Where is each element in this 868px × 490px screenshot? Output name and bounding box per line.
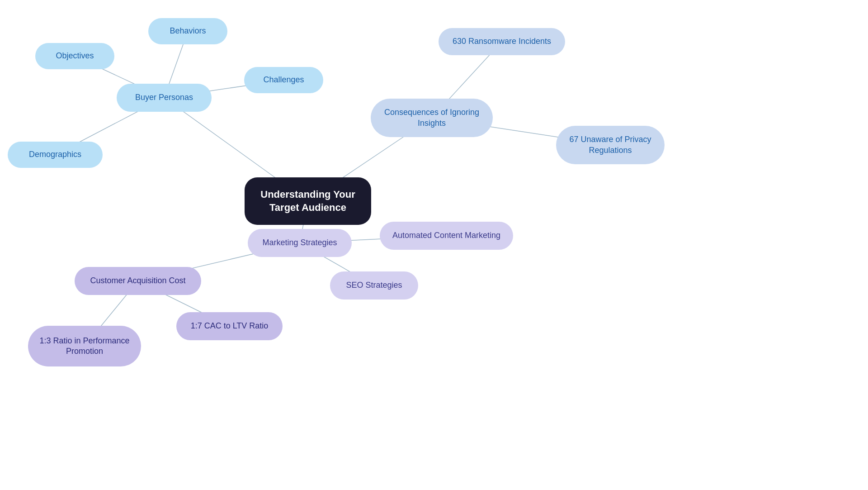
- seo-strategies-label: SEO Strategies: [346, 280, 402, 290]
- demographics-node[interactable]: Demographics: [8, 142, 103, 168]
- cac-label: Customer Acquisition Cost: [90, 276, 185, 286]
- marketing-strategies-node[interactable]: Marketing Strategies: [248, 229, 352, 257]
- automated-content-label: Automated Content Marketing: [392, 230, 500, 241]
- behaviors-label: Behaviors: [170, 26, 206, 36]
- consequences-node[interactable]: Consequences of Ignoring Insights: [371, 99, 493, 137]
- objectives-node[interactable]: Objectives: [35, 43, 114, 69]
- center-label: Understanding Your Target Audience: [255, 188, 361, 214]
- ransomware-label: 630 Ransomware Incidents: [453, 36, 551, 47]
- cac-node[interactable]: Customer Acquisition Cost: [75, 267, 201, 295]
- buyer-personas-node[interactable]: Buyer Personas: [117, 84, 212, 112]
- objectives-label: Objectives: [56, 51, 94, 61]
- challenges-label: Challenges: [263, 75, 304, 85]
- performance-node[interactable]: 1:3 Ratio in Performance Promotion: [28, 326, 141, 366]
- center-node[interactable]: Understanding Your Target Audience: [245, 177, 371, 225]
- automated-content-node[interactable]: Automated Content Marketing: [380, 222, 513, 250]
- consequences-label: Consequences of Ignoring Insights: [381, 107, 483, 128]
- privacy-label: 67 Unaware of Privacy Regulations: [566, 134, 655, 156]
- behaviors-node[interactable]: Behaviors: [148, 18, 227, 44]
- cac-ratio-node[interactable]: 1:7 CAC to LTV Ratio: [176, 312, 283, 340]
- challenges-node[interactable]: Challenges: [244, 67, 323, 93]
- performance-label: 1:3 Ratio in Performance Promotion: [38, 336, 131, 357]
- marketing-strategies-label: Marketing Strategies: [262, 238, 337, 248]
- cac-ratio-label: 1:7 CAC to LTV Ratio: [191, 321, 269, 331]
- seo-strategies-node[interactable]: SEO Strategies: [330, 271, 418, 300]
- privacy-node[interactable]: 67 Unaware of Privacy Regulations: [556, 126, 665, 164]
- demographics-label: Demographics: [29, 149, 81, 160]
- ransomware-node[interactable]: 630 Ransomware Incidents: [439, 28, 565, 55]
- buyer-personas-label: Buyer Personas: [135, 92, 193, 103]
